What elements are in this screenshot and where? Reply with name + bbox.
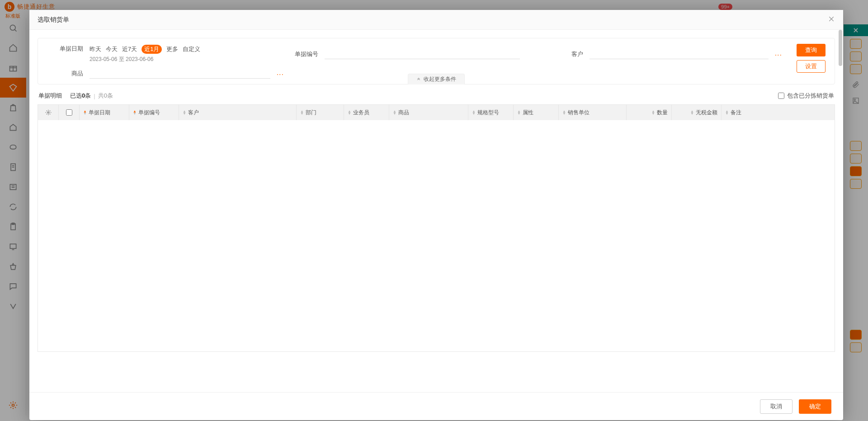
filter-product-label: 商品 [47,70,83,78]
filter-customer-label: 客户 [547,50,583,58]
col-qty[interactable]: ▲▼数量 [627,105,672,120]
filter-product-input[interactable] [90,69,270,79]
detail-title: 单据明细 [38,92,62,100]
col-spec[interactable]: ▲▼规格型号 [468,105,514,120]
chevron-up-icon [416,77,421,82]
date-range-today[interactable]: 今天 [106,45,118,53]
col-amount[interactable]: ▲▼无税金额 [672,105,722,120]
filter-panel: 单据日期 昨天 今天 近7天 近1月 更多 自定义 2023-05-06 至 [38,38,835,84]
date-range-7d[interactable]: 近7天 [122,45,137,53]
date-sep: 至 [119,56,124,62]
modal-title: 选取销货单 [38,16,69,24]
collapse-conditions-button[interactable]: 收起更多条件 [408,74,465,84]
filter-code-label: 单据编号 [282,50,318,58]
detail-table: ▲▼单据日期 ▲▼单据编号 ▲▼客户 ▲▼部门 ▲▼业务员 ▲▼商品 ▲▼规格型… [38,104,835,352]
col-customer[interactable]: ▲▼客户 [179,105,297,120]
product-picker-icon[interactable]: ··· [274,70,287,79]
select-sales-order-modal: 选取销货单 单据日期 昨天 今天 近7天 近1月 更多 [29,10,843,420]
query-button[interactable]: 查询 [797,44,826,56]
col-note[interactable]: ▲▼备注 [722,105,835,120]
include-split-label: 包含已分拣销货单 [787,92,834,100]
include-split-checkbox[interactable] [778,93,784,99]
table-body-empty [38,120,835,351]
total-count: 共0条 [98,92,113,100]
date-range-1m[interactable]: 近1月 [142,45,162,54]
date-range-pills: 昨天 今天 近7天 近1月 更多 自定义 [90,45,200,54]
col-date[interactable]: ▲▼单据日期 [80,105,129,120]
date-from: 2023-05-06 [90,56,117,62]
date-range-custom[interactable]: 自定义 [183,45,200,53]
select-all-checkbox[interactable] [59,105,80,120]
filter-customer-input[interactable] [590,49,769,59]
collapse-label: 收起更多条件 [424,75,456,83]
col-unit[interactable]: ▲▼销售单位 [559,105,627,120]
filter-date-label: 单据日期 [47,45,83,53]
customer-picker-icon[interactable]: ··· [772,51,785,59]
cancel-button[interactable]: 取消 [760,399,793,414]
col-code[interactable]: ▲▼单据编号 [129,105,179,120]
svg-point-22 [47,112,49,113]
modal-vertical-scrollbar[interactable] [839,30,842,392]
col-attr[interactable]: ▲▼属性 [514,105,559,120]
col-dept[interactable]: ▲▼部门 [297,105,344,120]
filter-code-input[interactable] [325,49,520,59]
date-range-yesterday[interactable]: 昨天 [90,45,101,53]
date-range-value: 2023-05-06 至 2023-06-06 [90,56,200,63]
table-horizontal-scrollbar[interactable] [38,352,835,360]
settings-button[interactable]: 设置 [797,60,826,73]
col-product[interactable]: ▲▼商品 [389,105,468,120]
col-salesperson[interactable]: ▲▼业务员 [344,105,389,120]
modal-close-button[interactable] [828,15,835,24]
date-range-more[interactable]: 更多 [166,45,178,53]
date-to: 2023-06-06 [126,56,153,62]
confirm-button[interactable]: 确定 [799,399,831,414]
selected-count: 已选0条 [70,92,91,100]
count-separator: | [94,93,95,99]
column-settings-icon[interactable] [38,105,59,120]
